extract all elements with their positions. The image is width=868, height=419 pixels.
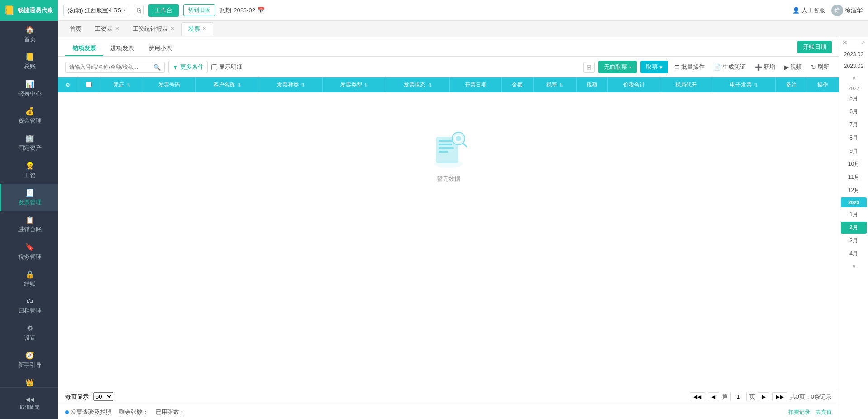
sidebar-item-archive[interactable]: 🗂 归档管理	[0, 293, 58, 319]
bulk-op-button[interactable]: ☰ 批量操作	[672, 61, 707, 73]
sidebar-item-closing[interactable]: 🔒 结账	[0, 265, 58, 293]
sub-tab-purchase[interactable]: 进项发票	[103, 42, 141, 56]
recent-period-2[interactable]: 2023.02	[841, 61, 867, 72]
sidebar-item-guide[interactable]: 🧭 新手引导	[0, 347, 58, 374]
deduction-record-link[interactable]: 扣费记录	[788, 409, 810, 416]
recharge-link[interactable]: 去充值	[816, 409, 832, 416]
user-button[interactable]: 徐 徐溢华	[831, 5, 863, 16]
col-remarks[interactable]: 备注	[776, 77, 807, 92]
scroll-up[interactable]: ∧	[839, 72, 868, 83]
col-tax-rate[interactable]: 税率 ⇅	[533, 77, 576, 92]
generate-voucher-button[interactable]: 📄 生成凭证	[711, 61, 749, 73]
right-panel-expand[interactable]: ⤢	[861, 39, 865, 46]
col-amount[interactable]: 金额	[501, 77, 533, 92]
month-2023-03[interactable]: 3月	[841, 235, 867, 247]
col-e-invoice[interactable]: 电子发票 ⇅	[712, 77, 775, 92]
sidebar-collapse[interactable]: ◀◀ 取消固定	[2, 391, 56, 415]
sidebar-item-fixed-assets[interactable]: 🏢 固定资产	[0, 130, 58, 157]
sidebar-item-sales-ledger[interactable]: 📋 进销台账	[0, 211, 58, 238]
col-invoice-no[interactable]: 发票号码	[143, 77, 195, 92]
last-page-btn[interactable]: ▶▶	[772, 392, 787, 401]
col-voucher[interactable]: 凭证 ⇅	[100, 77, 143, 92]
sub-tab-expense[interactable]: 费用小票	[141, 42, 179, 56]
show-detail-checkbox-wrap[interactable]: 显示明细	[211, 63, 243, 71]
copy-button[interactable]: ⎘	[134, 5, 144, 15]
recent-period-1[interactable]: 2023.02	[841, 49, 867, 60]
col-invoice-type2[interactable]: 发票类型 ⇅	[322, 77, 386, 92]
month-2022-07[interactable]: 7月	[841, 119, 867, 131]
col-invoice-type1[interactable]: 发票种类 ⇅	[259, 77, 322, 92]
sidebar-item-label: 工资	[24, 171, 36, 179]
right-panel-close[interactable]: ✕	[842, 39, 848, 46]
new-label: 新增	[763, 63, 775, 71]
new-button[interactable]: ➕ 新增	[752, 61, 778, 73]
sidebar-item-funds[interactable]: 💰 资金管理	[0, 102, 58, 130]
switch-old-button[interactable]: 切到旧版	[183, 4, 215, 16]
bottom-links: 扣费记录 去充值	[788, 409, 832, 416]
sidebar-bottom: ◀◀ 取消固定	[0, 387, 58, 419]
col-checkbox[interactable]	[78, 77, 100, 92]
grid-settings-button[interactable]: ⊞	[583, 62, 595, 73]
first-page-btn[interactable]: ◀◀	[690, 392, 705, 401]
tab-payroll-report-close[interactable]: ✕	[170, 26, 174, 32]
page-input[interactable]	[730, 392, 747, 401]
month-2022-10[interactable]: 10月	[841, 158, 867, 170]
col-tax-bureau[interactable]: 税局代开	[660, 77, 712, 92]
company-selector[interactable]: (勿动) 江西服宝-LSS ▾	[63, 5, 129, 16]
prev-page-btn[interactable]: ◀	[708, 392, 719, 401]
per-page-select[interactable]: 50 10 20 100	[93, 392, 113, 401]
sidebar-item-tax[interactable]: 🔖 税务管理	[0, 238, 58, 265]
col-status[interactable]: 发票状态 ⇅	[386, 77, 449, 92]
period-label: 账期	[219, 6, 231, 14]
tab-invoice-close[interactable]: ✕	[202, 26, 206, 32]
month-2022-05[interactable]: 5月	[841, 92, 867, 105]
month-2022-09[interactable]: 9月	[841, 145, 867, 157]
col-settings[interactable]: ⚙	[58, 77, 78, 92]
show-detail-checkbox[interactable]	[211, 64, 217, 70]
month-2022-11[interactable]: 11月	[841, 171, 867, 183]
scroll-down[interactable]: ∨	[839, 260, 868, 271]
col-customer[interactable]: 客户名称 ⇅	[196, 77, 259, 92]
sidebar-item-home[interactable]: 🏠 首页	[0, 21, 58, 48]
sidebar-item-payroll[interactable]: 👷 工资	[0, 157, 58, 184]
tab-payroll-close[interactable]: ✕	[115, 26, 119, 32]
month-2023-04[interactable]: 4月	[841, 248, 867, 260]
sidebar-item-settings[interactable]: ⚙ 设置	[0, 319, 58, 347]
tab-invoice[interactable]: 发票 ✕	[181, 22, 213, 36]
search-input-wrap: 🔍	[65, 62, 165, 73]
col-total[interactable]: 价税合计	[608, 77, 660, 92]
month-2023-01[interactable]: 1月	[841, 208, 867, 221]
month-2022-08[interactable]: 8月	[841, 132, 867, 144]
service-button[interactable]: 👤 人工客服	[792, 6, 825, 14]
sales-ledger-icon: 📋	[25, 216, 34, 224]
no-match-button[interactable]: 无血取票 ▾	[598, 61, 637, 73]
col-date[interactable]: 开票日期	[449, 77, 501, 92]
search-input[interactable]	[69, 64, 153, 70]
fetch-button[interactable]: 取票 ▾	[640, 61, 668, 73]
select-all-checkbox[interactable]	[86, 82, 92, 87]
sidebar-item-membership[interactable]: 👑 畅会员	[0, 374, 58, 387]
logo-text: 畅捷通易代账	[18, 7, 53, 14]
sidebar-item-ledger[interactable]: 📒 总账	[0, 48, 58, 75]
filter-button[interactable]: ▼ 更多条件	[168, 61, 208, 73]
month-2023-02[interactable]: 2月	[841, 222, 867, 234]
ledger-icon: 📒	[25, 53, 34, 61]
tab-home[interactable]: 首页	[63, 22, 88, 36]
sidebar-item-reports[interactable]: 📊 报表中心	[0, 75, 58, 102]
tab-payroll-report[interactable]: 工资统计报表 ✕	[126, 22, 181, 36]
open-period-button[interactable]: 开账日期	[797, 41, 832, 53]
sub-tab-sales[interactable]: 销项发票	[65, 42, 103, 56]
refresh-button[interactable]: ↻ 刷新	[808, 61, 832, 73]
video-button[interactable]: ▶ 视频	[782, 61, 805, 73]
payroll-icon: 👷	[25, 161, 34, 170]
month-2022-06[interactable]: 6月	[841, 106, 867, 118]
logo-icon: 📒	[4, 5, 15, 16]
col-tax[interactable]: 税额	[576, 77, 608, 92]
next-page-btn[interactable]: ▶	[758, 392, 769, 401]
sidebar-item-invoice[interactable]: 🧾 发票管理	[0, 184, 58, 211]
tab-payroll[interactable]: 工资表 ✕	[89, 22, 125, 36]
month-2022-12[interactable]: 12月	[841, 184, 867, 197]
workbench-button[interactable]: 工作台	[148, 4, 179, 17]
col-actions[interactable]: 操作	[807, 77, 839, 92]
show-detail-label: 显示明细	[219, 63, 243, 71]
